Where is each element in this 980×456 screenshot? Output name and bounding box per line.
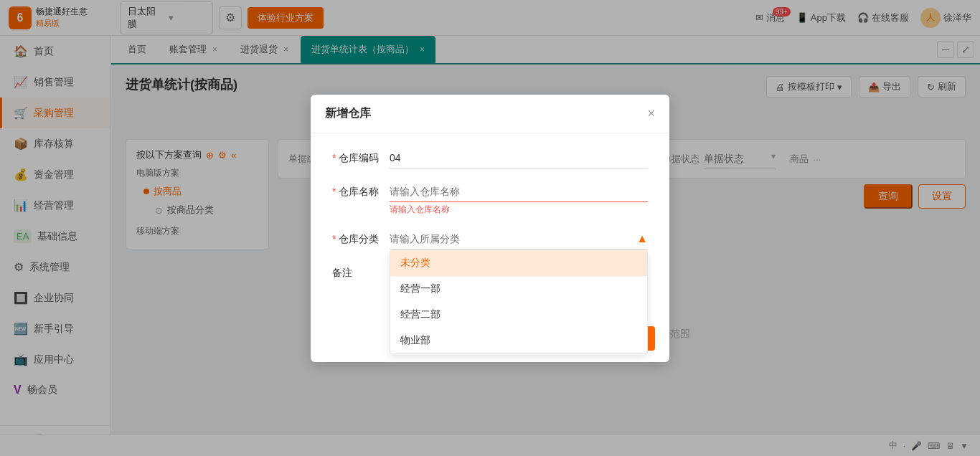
code-input[interactable] [390, 148, 648, 168]
category-select-wrapper: ▲ [390, 229, 648, 250]
category-field: ▲ 未分类 经营一部 经营二部 物业部 [390, 229, 648, 250]
code-label: 仓库编码 [332, 148, 390, 165]
name-input[interactable] [390, 181, 648, 202]
category-dropdown-list: 未分类 经营一部 经营二部 物业部 [390, 250, 648, 354]
dropdown-item-property[interactable]: 物业部 [390, 328, 647, 353]
form-row-category: 仓库分类 ▲ 未分类 经营一部 经营二部 物业部 [332, 229, 648, 250]
modal-body: 仓库编码 仓库名称 请输入仓库名称 仓库分类 ▲ [311, 133, 669, 318]
modal-backdrop[interactable]: 新增仓库 × 仓库编码 仓库名称 请输入仓库名称 仓库分 [0, 0, 980, 456]
name-label: 仓库名称 [332, 181, 390, 199]
form-row-name: 仓库名称 请输入仓库名称 [332, 181, 648, 216]
add-warehouse-modal: 新增仓库 × 仓库编码 仓库名称 请输入仓库名称 仓库分 [311, 95, 669, 362]
category-input[interactable] [390, 229, 648, 250]
name-field: 请输入仓库名称 [390, 181, 648, 216]
modal-close-button[interactable]: × [647, 106, 655, 121]
code-field [390, 148, 648, 168]
modal-header: 新增仓库 × [311, 95, 669, 133]
dropdown-item-operations1[interactable]: 经营一部 [390, 276, 647, 302]
name-error-text: 请输入仓库名称 [390, 204, 648, 216]
note-label: 备注 [332, 262, 390, 280]
modal-title: 新增仓库 [325, 106, 371, 121]
dropdown-item-uncategorized[interactable]: 未分类 [390, 250, 647, 276]
dropdown-item-operations2[interactable]: 经营二部 [390, 302, 647, 328]
category-dropdown-toggle[interactable]: ▲ [636, 232, 648, 245]
category-label: 仓库分类 [332, 229, 390, 246]
form-row-code: 仓库编码 [332, 148, 648, 168]
